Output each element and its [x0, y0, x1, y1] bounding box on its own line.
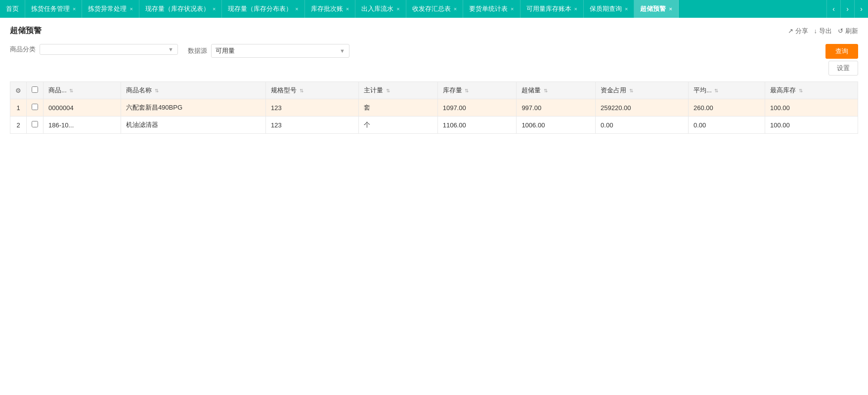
share-label: 分享	[795, 27, 808, 36]
row-checkbox[interactable]	[32, 104, 38, 110]
nav-item-home[interactable]: 首页	[0, 0, 25, 18]
export-icon: ↓	[814, 27, 818, 35]
row-product-name: 机油滤清器	[121, 117, 265, 134]
row-num: 2	[10, 117, 27, 134]
nav-collection-label: 收发存汇总表	[412, 4, 451, 13]
row-unit: 套	[358, 99, 437, 117]
nav-item-available[interactable]: 可用量库存账本 ×	[521, 0, 584, 18]
th-gear: ⚙	[10, 82, 27, 99]
th-overstock-label: 超储量	[521, 86, 541, 94]
row-product-name: 六配套新昌490BPG	[121, 99, 265, 117]
th-product-name-label: 商品名称	[126, 86, 152, 94]
nav-available-label: 可用量库存账本	[526, 4, 571, 13]
th-unit[interactable]: 主计量 ⇅	[358, 82, 437, 99]
row-unit: 个	[358, 117, 437, 134]
nav-overstock-label: 超储预警	[640, 4, 666, 13]
data-table: ⚙ 商品... ⇅ 商品名称 ⇅ 规格型号 ⇅ 主计量	[10, 81, 858, 134]
nav-item-inout[interactable]: 出入库流水 ×	[355, 0, 406, 18]
nav-inout-close[interactable]: ×	[396, 6, 399, 12]
header-actions: ↗ 分享 ↓ 导出 ↺ 刷新	[788, 27, 859, 36]
th-checkbox	[27, 82, 43, 99]
row-avg: 260.00	[689, 99, 765, 117]
nav-order-stat-close[interactable]: ×	[511, 6, 514, 12]
nav-arrows: ‹ › ›	[826, 0, 868, 18]
row-num: 1	[10, 99, 27, 117]
row-checkbox-cell	[27, 99, 43, 117]
th-unit-label: 主计量	[364, 86, 383, 94]
th-avg[interactable]: 平均... ⇅	[689, 82, 765, 99]
th-product-code-label: 商品...	[48, 86, 67, 94]
th-product-name[interactable]: 商品名称 ⇅	[121, 82, 265, 99]
th-max-stock[interactable]: 最高库存 ⇅	[765, 82, 858, 99]
gear-icon[interactable]: ⚙	[15, 87, 21, 94]
row-stock: 1106.00	[437, 117, 517, 134]
row-checkbox[interactable]	[32, 121, 38, 127]
th-stock-label: 库存量	[443, 86, 462, 94]
th-stock[interactable]: 库存量 ⇅	[437, 82, 517, 99]
nav-batch-close[interactable]: ×	[346, 6, 349, 12]
nav-item-abnormal[interactable]: 拣货异常处理 ×	[82, 0, 139, 18]
th-capital[interactable]: 资金占用 ⇅	[596, 82, 689, 99]
nav-item-inventory-dist[interactable]: 现存量（库存分布表） ×	[222, 0, 304, 18]
nav-item-collection[interactable]: 收发存汇总表 ×	[406, 0, 463, 18]
nav-inv-status-close[interactable]: ×	[213, 6, 216, 12]
export-button[interactable]: ↓ 导出	[814, 27, 832, 36]
nav-item-overstock[interactable]: 超储预警 ×	[634, 0, 678, 18]
nav-item-inventory-status[interactable]: 现存量（库存状况表） ×	[139, 0, 222, 18]
th-overstock[interactable]: 超储量 ⇅	[517, 82, 596, 99]
row-spec: 123	[266, 117, 359, 134]
select-all-checkbox[interactable]	[32, 86, 38, 93]
th-capital-label: 资金占用	[601, 86, 626, 94]
nav-inout-label: 出入库流水	[361, 4, 393, 13]
nav-abnormal-close[interactable]: ×	[130, 6, 132, 12]
nav-inv-status-label: 现存量（库存状况表）	[145, 4, 210, 13]
settings-button[interactable]: 设置	[828, 61, 858, 76]
nav-overstock-close[interactable]: ×	[669, 6, 672, 12]
row-checkbox-cell	[27, 117, 43, 134]
sort-unit-icon: ⇅	[386, 88, 390, 93]
nav-expand-btn[interactable]: ›	[854, 0, 868, 18]
sort-product-code-icon: ⇅	[69, 88, 73, 93]
row-avg: 0.00	[689, 117, 765, 134]
nav-next-btn[interactable]: ›	[840, 0, 854, 18]
sort-max-stock-icon: ⇅	[799, 88, 803, 93]
sort-product-name-icon: ⇅	[155, 88, 159, 93]
datasource-label: 数据源	[188, 46, 207, 55]
table-row: 1 0000004 六配套新昌490BPG 123 套 1097.00 997.…	[10, 99, 858, 117]
nav-available-close[interactable]: ×	[574, 6, 577, 12]
sort-avg-icon: ⇅	[714, 88, 718, 93]
filter-buttons: 查询 设置	[825, 44, 858, 76]
nav-collection-close[interactable]: ×	[454, 6, 457, 12]
row-max-stock: 100.00	[765, 99, 858, 117]
export-label: 导出	[819, 27, 832, 36]
row-max-stock: 100.00	[765, 117, 858, 134]
datasource-select[interactable]: 可用量 ▼	[211, 44, 349, 58]
nav-batch-label: 库存批次账	[311, 4, 343, 13]
nav-expiry-close[interactable]: ×	[625, 6, 628, 12]
sort-stock-icon: ⇅	[465, 88, 469, 93]
th-spec[interactable]: 规格型号 ⇅	[266, 82, 359, 99]
nav-item-batch[interactable]: 库存批次账 ×	[305, 0, 355, 18]
nav-prev-btn[interactable]: ‹	[826, 0, 840, 18]
filter-area: 商品分类 ▼ 数据源 可用量 ▼ 查询 设置	[10, 44, 858, 76]
th-product-code[interactable]: 商品... ⇅	[43, 82, 121, 99]
th-spec-label: 规格型号	[271, 86, 297, 94]
row-overstock: 1006.00	[517, 117, 596, 134]
row-product-code: 0000004	[43, 99, 121, 117]
nav-task-label: 拣货任务管理	[31, 4, 70, 13]
datasource-select-value: 可用量	[216, 46, 235, 55]
nav-inv-dist-close[interactable]: ×	[295, 6, 298, 12]
category-select[interactable]: ▼	[40, 44, 178, 55]
share-button[interactable]: ↗ 分享	[788, 27, 808, 36]
nav-item-order-stat[interactable]: 要货单统计表 ×	[463, 0, 520, 18]
query-button[interactable]: 查询	[825, 44, 858, 59]
refresh-button[interactable]: ↺ 刷新	[838, 27, 858, 36]
row-product-code: 186-10...	[43, 117, 121, 134]
page-title: 超储预警	[10, 26, 42, 36]
row-capital: 259220.00	[596, 99, 689, 117]
nav-item-task[interactable]: 拣货任务管理 ×	[25, 0, 82, 18]
nav-item-expiry[interactable]: 保质期查询 ×	[584, 0, 634, 18]
row-stock: 1097.00	[437, 99, 517, 117]
refresh-label: 刷新	[845, 27, 858, 36]
nav-task-close[interactable]: ×	[73, 6, 76, 12]
